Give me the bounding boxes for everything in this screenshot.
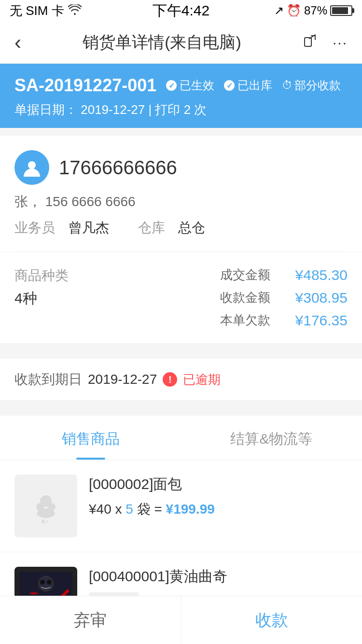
tab-settlement[interactable]: 结算&物流等 [181, 416, 362, 460]
tab-sales-products[interactable]: 销售商品 [0, 416, 181, 460]
overdue-section: 收款到期日 2019-12-27 ! 已逾期 [0, 359, 362, 400]
badge-partial-label: 部分收款 [294, 78, 341, 93]
clock-icon: ⏱ [282, 79, 292, 92]
product-item-1: 鱼+ [0000002]面包 ¥40 x 5 袋 = ¥199.99 [0, 460, 362, 552]
stats-left: 商品种类 4种 [14, 266, 69, 308]
category-label: 商品种类 [14, 266, 69, 285]
customer-phone: 17666666666 [59, 157, 177, 179]
header-banner: SA-20191227-001 ✓ 已生效 ✓ 已出库 ⏱ 部分收款 单据日期：… [0, 64, 362, 128]
product-img-1: 鱼+ [14, 475, 77, 537]
status-right: ↗ ⏰ 87% [274, 4, 352, 17]
product-name-1: [0000002]面包 [89, 475, 348, 494]
customer-meta: 业务员 曾凡杰 仓库 总仓 [14, 219, 348, 237]
back-button[interactable]: ‹ [14, 31, 21, 54]
category-count: 4种 [14, 289, 69, 308]
debt-label: 本单欠款 [220, 312, 270, 329]
battery-fill [332, 7, 348, 14]
badge-partial: ⏱ 部分收款 [282, 78, 341, 93]
more-icon[interactable]: ··· [333, 34, 348, 51]
gps-icon: ↗ [274, 4, 284, 17]
product-price-1: ¥40 x 5 袋 = ¥199.99 [89, 500, 348, 518]
warehouse-info: 仓库 总仓 [138, 219, 206, 237]
date-label: 单据日期： [14, 102, 77, 117]
battery-indicator [330, 5, 352, 16]
check-icon-1: ✓ [166, 80, 177, 91]
amount-value: ¥485.30 [280, 267, 348, 283]
svg-point-1 [28, 161, 36, 169]
badge-shipped: ✓ 已出库 [224, 78, 272, 93]
gap-2 [0, 400, 362, 408]
svg-point-7 [50, 511, 55, 516]
overdue-label: 收款到期日 [14, 370, 82, 389]
gap-1 [0, 343, 362, 351]
svg-point-6 [37, 511, 42, 516]
warehouse-label: 仓库 [138, 220, 165, 235]
cancel-button[interactable]: 弃审 [0, 596, 181, 644]
overdue-date: 2019-12-27 [88, 372, 157, 387]
customer-sub: 张， 156 6666 6666 [14, 193, 348, 211]
amount-label: 成交金额 [220, 266, 270, 283]
tab-sales-label: 销售商品 [62, 431, 120, 447]
confirm-label: 收款 [255, 609, 288, 631]
stats-section: 商品种类 4种 成交金额 ¥485.30 收款金额 ¥308.95 本单欠款 ¥… [0, 252, 362, 343]
share-icon[interactable] [303, 33, 318, 52]
carrier-text: 无 SIM 卡 [10, 2, 64, 19]
sales-info: 业务员 曾凡杰 [14, 219, 109, 237]
price-x-1: x [115, 502, 126, 517]
sales-label: 业务员 [14, 220, 55, 235]
price-unit-1: ¥40 [89, 502, 111, 517]
alarm-icon: ⏰ [287, 4, 301, 17]
page-title: 销货单详情(来自电脑) [83, 31, 241, 54]
wifi-icon [68, 3, 82, 18]
debt-value: ¥176.35 [280, 312, 348, 329]
received-row: 收款金额 ¥308.95 [220, 289, 348, 306]
warehouse-name: 总仓 [178, 220, 205, 235]
tabs-header: 销售商品 结算&物流等 [0, 416, 362, 460]
nav-icons: ··· [303, 33, 348, 52]
tab-settlement-label: 结算&物流等 [230, 431, 312, 447]
nav-bar: ‹ 销货单详情(来自电脑) ··· [0, 21, 362, 64]
product-name-2: [000400001]黄油曲奇 [89, 567, 348, 587]
total-1: ¥199.99 [166, 502, 215, 517]
received-value: ¥308.95 [280, 290, 348, 306]
received-label: 收款金额 [220, 289, 270, 306]
bottom-bar: 弃审 收款 [0, 596, 362, 644]
battery-percent: 87% [304, 4, 327, 17]
cancel-label: 弃审 [74, 609, 107, 631]
badge-effective: ✓ 已生效 [166, 78, 214, 93]
badge-shipped-label: 已出库 [237, 78, 272, 93]
print-label: | 打印 2 次 [148, 102, 207, 117]
date-value: 2019-12-27 [81, 102, 145, 117]
svg-point-12 [40, 580, 45, 585]
status-time: 下午4:42 [153, 1, 209, 21]
debt-row: 本单欠款 ¥176.35 [220, 312, 348, 329]
customer-name-text: 张， [14, 194, 42, 209]
status-left: 无 SIM 卡 [10, 2, 82, 19]
confirm-button[interactable]: 收款 [181, 596, 362, 644]
svg-point-13 [47, 580, 52, 585]
unit-1: 袋 [137, 502, 151, 517]
banner-row1: SA-20191227-001 ✓ 已生效 ✓ 已出库 ⏱ 部分收款 [14, 75, 348, 96]
order-id: SA-20191227-001 [14, 75, 156, 96]
banner-date: 单据日期： 2019-12-27 | 打印 2 次 [14, 101, 348, 118]
qty-1: 5 [125, 502, 133, 517]
status-bar: 无 SIM 卡 下午4:42 ↗ ⏰ 87% [0, 0, 362, 21]
svg-rect-0 [305, 38, 311, 46]
amount-row: 成交金额 ¥485.30 [220, 266, 348, 283]
product-info-1: [0000002]面包 ¥40 x 5 袋 = ¥199.99 [89, 475, 348, 518]
customer-main: 17666666666 [14, 150, 348, 185]
customer-section: 17666666666 张， 156 6666 6666 业务员 曾凡杰 仓库 … [0, 136, 362, 252]
avatar [14, 150, 49, 185]
sales-name: 曾凡杰 [69, 220, 109, 235]
eq-1: = [154, 502, 166, 517]
overdue-warning-icon: ! [163, 372, 177, 387]
customer-contact-phone: 156 6666 6666 [45, 194, 136, 209]
overdue-badge-text: 已逾期 [183, 371, 221, 388]
svg-text:鱼+: 鱼+ [41, 519, 49, 524]
badge-effective-label: 已生效 [180, 78, 214, 93]
stats-right: 成交金额 ¥485.30 收款金额 ¥308.95 本单欠款 ¥176.35 [220, 266, 348, 329]
check-icon-2: ✓ [224, 80, 235, 91]
